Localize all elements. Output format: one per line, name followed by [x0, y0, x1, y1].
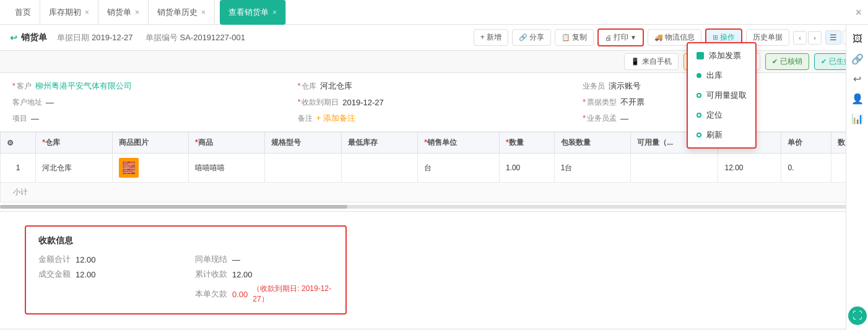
h-scrollbar[interactable]	[0, 205, 868, 209]
col-quantity: 数量	[499, 132, 554, 154]
col-price: 单价	[781, 132, 831, 154]
panel-icon-refresh[interactable]: ↩	[848, 69, 867, 88]
doc-meta: 单据日期 2019-12-27 单据编号 SA-20191227-001	[57, 32, 464, 43]
new-button[interactable]: + 新增	[474, 29, 508, 46]
col-settings[interactable]: ⚙	[1, 132, 36, 154]
row-stock: 12.00	[718, 154, 781, 183]
row-available	[631, 154, 718, 183]
col-spec: 规格型号	[265, 132, 341, 154]
doc-number-label: 单据编号 SA-20191227-001	[145, 32, 246, 43]
add-invoice-icon	[697, 52, 704, 59]
row-warehouse: 河北仓库	[36, 154, 112, 183]
table-row: 1 河北仓库 🧱 嘻嘻嘻嘻 台 1.00 1台 12.00 0.	[1, 154, 868, 183]
row-product: 嘻嘻嘻嘻	[189, 154, 265, 183]
outbound-icon	[697, 73, 701, 78]
scroll-thumb	[0, 205, 347, 209]
right-panel: 🖼 🔗 ↩ 👤 📊 ⛶	[846, 25, 868, 328]
tab-inventory-init[interactable]: 库存期初 ×	[40, 0, 98, 25]
payment-section: 收款信息 金额合计 12.00 同单现结 — 成交金额 12.00 累计收款 1…	[25, 225, 347, 315]
col-min-stock: 最低库存	[341, 132, 417, 154]
col-product-img: 商品图片	[112, 132, 188, 154]
row-price: 0.	[781, 154, 831, 183]
nav-arrows: ‹ ›	[793, 31, 822, 45]
close-tab-inventory-init[interactable]: ×	[85, 8, 89, 17]
row-product-img: 🧱	[112, 154, 188, 183]
remark-field: 备注 + 添加备注	[298, 113, 571, 124]
panel-icon-img[interactable]: 🖼	[848, 30, 867, 48]
panel-icon-user[interactable]: 👤	[848, 89, 867, 108]
col-warehouse: 仓库	[36, 132, 112, 154]
dropdown-add-invoice[interactable]: 添加发票	[688, 46, 755, 66]
copy-button[interactable]: 📋 复制	[555, 29, 594, 46]
tab-home[interactable]: 首页	[6, 0, 40, 25]
panel-icon-link[interactable]: 🔗	[848, 50, 867, 68]
locate-icon	[697, 113, 701, 118]
payment-total: 金额合计 12.00	[38, 254, 176, 265]
doc-icon: ↩	[10, 33, 17, 43]
tab-view-sales-order[interactable]: 查看销货单 ×	[220, 0, 286, 25]
dropdown-available-qty[interactable]: 可用量提取	[688, 85, 755, 105]
dropdown-locate[interactable]: 定位	[688, 105, 755, 125]
product-image: 🧱	[119, 158, 139, 178]
window-close-button[interactable]: ×	[855, 6, 862, 19]
mobile-status[interactable]: 📱 来自手机	[624, 53, 679, 70]
payment-deal: 成交金额 12.00	[38, 269, 176, 280]
tab-bar: 首页 库存期初 × 销货单 × 销货单历史 × 查看销货单 × ×	[0, 0, 868, 25]
panel-icon-expand[interactable]: ⛶	[848, 306, 867, 325]
payment-title: 收款信息	[38, 235, 333, 246]
address-field: 客户地址 —	[12, 97, 285, 108]
doc-title: ↩ 销货单	[10, 32, 47, 43]
doc-title-text: 销货单	[21, 32, 47, 43]
close-tab-sales-order-history[interactable]: ×	[201, 8, 206, 17]
close-tab-view-sales-order[interactable]: ×	[272, 8, 277, 17]
available-qty-icon	[697, 93, 701, 98]
next-button[interactable]: ›	[808, 31, 822, 45]
subtotal-row: 小计	[1, 183, 868, 202]
close-tab-sales-order[interactable]: ×	[135, 8, 139, 17]
tab-sales-order-history[interactable]: 销货单历史 ×	[149, 0, 215, 25]
prev-button[interactable]: ‹	[793, 31, 807, 45]
dropdown-outbound[interactable]: 出库	[688, 66, 755, 85]
refresh-icon	[697, 132, 701, 137]
due-date-field: 收款到期日 2019-12-27	[298, 97, 571, 108]
col-product: 商品	[189, 132, 265, 154]
payment-grid: 金额合计 12.00 同单现结 — 成交金额 12.00 累计收款 12.00 …	[38, 254, 333, 305]
col-unit: 销售单位	[418, 132, 500, 154]
payment-cumulative: 累计收款 12.00	[195, 269, 333, 280]
doc-date-label: 单据日期 2019-12-27	[57, 32, 133, 43]
subtotal-label: 小计	[1, 183, 868, 202]
print-button[interactable]: 🖨 打印 ▼	[597, 28, 644, 46]
customer-field: 客户 柳州粤港平安气体有限公司	[12, 80, 285, 92]
row-quantity: 1.00	[499, 154, 554, 183]
share-button[interactable]: 🔗 分享	[512, 29, 551, 46]
tab-sales-order[interactable]: 销货单 ×	[98, 0, 149, 25]
warehouse-field: 仓库 河北仓库	[298, 80, 571, 92]
dropdown-refresh[interactable]: 刷新	[688, 125, 755, 145]
list-view-button[interactable]: ☰	[825, 30, 841, 45]
cancelled-status[interactable]: ✔ 已核销	[765, 53, 809, 70]
payment-due-date: （收款到期日: 2019-12-27）	[253, 284, 333, 305]
project-field: 项目 —	[12, 113, 285, 124]
row-unit: 台	[418, 154, 500, 183]
row-spec	[265, 154, 341, 183]
col-pack-qty: 包装数量	[554, 132, 630, 154]
row-pack-qty: 1台	[554, 154, 630, 183]
doc-actions: + 新增 🔗 分享 📋 复制 🖨 打印 ▼ 🚚 物流信息 ⊞ 操作 历史单据 ‹…	[474, 28, 858, 46]
panel-icon-chart[interactable]: 📊	[848, 109, 867, 128]
payment-same-settle: 同单现结 —	[195, 254, 333, 265]
row-seq: 1	[1, 154, 36, 183]
row-min-stock	[341, 154, 417, 183]
payment-owed: 本单欠款 0.00 （收款到期日: 2019-12-27）	[195, 284, 333, 305]
operations-dropdown: 添加发票 出库 可用量提取 定位 刷新	[687, 42, 757, 149]
bottom-section: 收款信息 金额合计 12.00 同单现结 — 成交金额 12.00 累计收款 1…	[0, 212, 868, 328]
